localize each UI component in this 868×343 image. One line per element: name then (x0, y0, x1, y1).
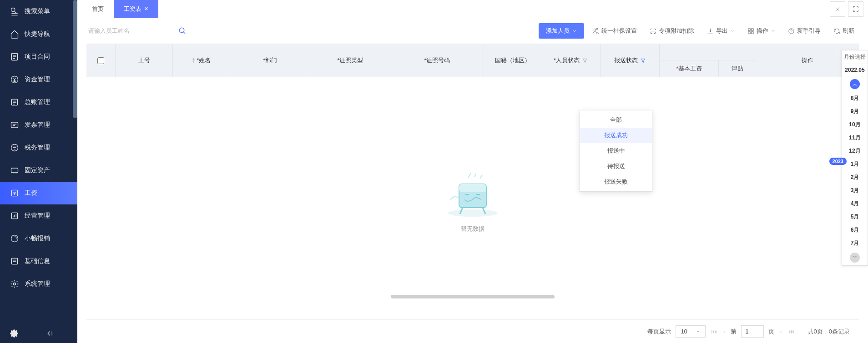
sidebar-item-invoice[interactable]: 发票管理 (0, 114, 77, 136)
expense-icon (10, 234, 19, 243)
info-icon (10, 257, 19, 266)
toolbar: 添加人员 统一社保设置 专项附加扣除 导出 操作 (77, 18, 868, 44)
th-label: *证照号码 (424, 56, 450, 65)
link-label: 操作 (757, 27, 768, 35)
dropdown-item-failed[interactable]: 报送失败 (580, 174, 652, 189)
dropdown-item-in-progress[interactable]: 报送中 (580, 143, 652, 159)
sidebar-item-assets[interactable]: 固定资产 (0, 159, 77, 182)
filter-icon[interactable] (640, 58, 646, 64)
th-dept[interactable]: *部门 (230, 44, 310, 77)
page-prefix: 第 (731, 328, 737, 336)
ledger-icon (10, 98, 19, 107)
sidebar-item-project-contract[interactable]: 项目合同 (0, 45, 77, 68)
month-item[interactable]: 3月 (842, 184, 868, 197)
close-icon[interactable]: ✕ (144, 6, 148, 12)
sidebar-item-business[interactable]: 经营管理 (0, 204, 77, 227)
th-emp-no[interactable]: 工号 (116, 44, 173, 77)
sidebar-item-label: 系统管理 (25, 280, 50, 288)
month-item[interactable]: 12月 (842, 144, 868, 158)
th-name[interactable]: ▲▼*姓名 (173, 44, 230, 77)
month-item[interactable]: 11月 (842, 131, 868, 144)
dropdown-item-all[interactable]: 全部 (580, 112, 652, 128)
sidebar-item-quick-nav[interactable]: 快捷导航 (0, 23, 77, 45)
th-label: *姓名 (197, 56, 211, 65)
search-input[interactable] (86, 25, 178, 37)
month-scroll-up[interactable]: ︽ (850, 79, 860, 89)
tab-salary-sheet[interactable]: 工资表 ✕ (114, 0, 158, 18)
sidebar-item-label: 搜索菜单 (25, 7, 50, 15)
svg-rect-4 (11, 122, 18, 128)
operate-link[interactable]: 操作 (743, 27, 780, 35)
refresh-link[interactable]: 刷新 (829, 27, 859, 35)
month-item[interactable]: 6月 (842, 224, 868, 237)
dropdown-item-pending[interactable]: 待报送 (580, 159, 652, 174)
link-label: 统一社保设置 (601, 27, 637, 35)
select-all-checkbox[interactable] (97, 57, 104, 64)
chevron-down-icon (696, 329, 701, 334)
horizontal-scrollbar[interactable] (391, 295, 555, 298)
sidebar-item-funds[interactable]: 资金管理 (0, 68, 77, 91)
svg-rect-16 (752, 28, 753, 30)
collapse-icon[interactable] (45, 329, 54, 338)
month-item[interactable]: 5月 (842, 210, 868, 224)
svg-point-9 (11, 235, 18, 242)
th-cert-type[interactable]: *证照类型 (310, 44, 390, 77)
table: 工号 ▲▼*姓名 *部门 *证照类型 *证照号码 国籍（地区） *人员状态 报送… (86, 44, 859, 343)
social-settings-link[interactable]: 统一社保设置 (588, 27, 641, 35)
th-report-status[interactable]: 报送状态 (601, 44, 660, 77)
sidebar-item-system[interactable]: 系统管理 (0, 273, 77, 295)
guide-link[interactable]: 新手引导 (783, 27, 825, 35)
dropdown-item-success[interactable]: 报送成功 (580, 128, 652, 143)
sidebar-item-tax[interactable]: 税务管理 (0, 136, 77, 159)
month-item[interactable]: 9月 (842, 105, 868, 118)
tab-label: 工资表 (124, 5, 141, 13)
sidebar-item-expense[interactable]: 小畅报销 (0, 227, 77, 250)
month-scroll-down[interactable]: ︾ (850, 253, 860, 263)
settings-icon (10, 279, 19, 288)
sidebar-item-ledger[interactable]: 总账管理 (0, 91, 77, 114)
svg-point-11 (14, 283, 16, 285)
sidebar-item-search-menu[interactable]: 搜索菜单 (0, 0, 77, 23)
month-item[interactable]: 2月 (842, 171, 868, 184)
year-badge: 2023 (829, 158, 847, 165)
next-page-button[interactable]: › (779, 328, 782, 335)
th-nationality[interactable]: 国籍（地区） (484, 44, 541, 77)
tab-home[interactable]: 首页 (82, 0, 114, 18)
sidebar-item-salary[interactable]: 工资 (0, 182, 77, 204)
sidebar-item-label: 项目合同 (25, 53, 50, 61)
link-label: 刷新 (843, 27, 854, 35)
close-all-button[interactable] (830, 1, 845, 17)
page-input[interactable] (741, 325, 764, 338)
month-item[interactable]: 10月 (842, 118, 868, 131)
sidebar-scrollbar[interactable] (73, 0, 77, 118)
th-allowance[interactable]: 津贴 (719, 60, 756, 77)
add-person-button[interactable]: 添加人员 (539, 23, 584, 39)
gear-icon[interactable] (10, 329, 18, 338)
prev-page-button[interactable]: ‹ (722, 328, 726, 335)
link-label: 专项附加扣除 (659, 27, 694, 35)
filter-icon[interactable] (582, 58, 588, 64)
search-list-icon (10, 7, 19, 16)
link-label: 新手引导 (797, 27, 821, 35)
search-icon[interactable] (178, 27, 187, 35)
sort-icon[interactable]: ▲▼ (192, 58, 196, 63)
month-item[interactable]: 4月 (842, 197, 868, 210)
month-item[interactable]: 8月 (842, 92, 868, 105)
th-basic-salary[interactable]: *基本工资 (660, 60, 719, 77)
grid-icon (747, 28, 754, 35)
special-deduction-link[interactable]: 专项附加扣除 (645, 27, 699, 35)
first-page-button[interactable]: ⏮ (710, 328, 718, 335)
th-label: 国籍（地区） (495, 56, 530, 65)
per-page-select[interactable]: 10 (676, 325, 705, 338)
export-link[interactable]: 导出 (702, 27, 739, 35)
th-cert-no[interactable]: *证照号码 (390, 44, 484, 77)
th-person-status[interactable]: *人员状态 (541, 44, 601, 77)
chevron-down-icon (730, 29, 735, 33)
month-picker: 月份选择 2022.05 ︽ 8月 9月 10月 11月 12月 2023 1月… (842, 50, 868, 266)
month-item[interactable]: 7月 (842, 237, 868, 250)
th-label: *基本工资 (676, 65, 702, 73)
last-page-button[interactable]: ⏭ (787, 328, 795, 335)
sidebar-item-basic-info[interactable]: 基础信息 (0, 250, 77, 273)
svg-point-14 (594, 29, 596, 31)
fullscreen-button[interactable] (848, 1, 863, 17)
